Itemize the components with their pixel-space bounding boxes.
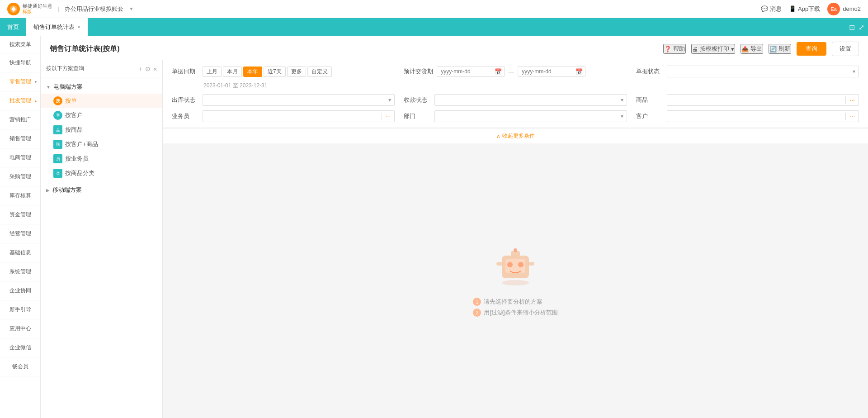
query-button[interactable]: 查询 <box>797 42 826 56</box>
collapse-panel-button[interactable]: « <box>153 65 157 72</box>
salesperson-filter-label: 业务员 <box>172 112 199 120</box>
tab-close-button[interactable]: × <box>77 24 80 30</box>
tree-parent-mobile[interactable]: ▶ 移动端方案 <box>41 183 162 197</box>
app-download-button[interactable]: 📱 App下载 <box>789 5 820 13</box>
print-dropdown-icon[interactable]: ▾ <box>731 46 734 52</box>
customer-input-wrapper: ··· <box>667 110 859 122</box>
salesperson-input[interactable] <box>203 111 382 122</box>
date-filter-label: 单据日期 <box>172 67 199 76</box>
hint-num-1: 1 <box>473 298 481 306</box>
logo-area: 畅捷通好生意 标版 <box>7 3 52 15</box>
status-select[interactable] <box>667 66 859 77</box>
filter-row-3: 业务员 ··· 部门 ▾ <box>172 110 859 122</box>
sidebar-item-ecommerce[interactable]: 电商管理 <box>0 148 40 167</box>
settings-button[interactable]: 设置 <box>832 42 859 56</box>
empty-svg <box>488 242 542 287</box>
scheme-icon-customer-product: 联 <box>53 140 62 149</box>
date-btn-last-month[interactable]: 上月 <box>203 66 222 77</box>
refresh-button[interactable]: 🔄 刷新 <box>769 44 791 54</box>
delivery-status-label: 出库状态 <box>172 96 199 104</box>
filter-expected-date-item: 预计交货期 📅 — 📅 <box>404 66 627 77</box>
scheme-by-salesperson[interactable]: 员 按业务员 <box>41 152 162 166</box>
sidebar-item-sales[interactable]: 销售管理 <box>0 129 40 148</box>
svg-point-4 <box>507 262 513 267</box>
collapse-button[interactable]: ∧ 收起更多条件 <box>496 132 535 140</box>
export-icon: 📤 <box>741 46 749 52</box>
delivery-status-select[interactable] <box>203 94 395 106</box>
left-panel-actions: + ⊙ « <box>139 65 157 72</box>
app-dropdown-icon[interactable]: ▼ <box>129 6 133 11</box>
filter-payment-item: 收款状态 ▾ <box>404 94 627 106</box>
sidebar-item-membership[interactable]: 畅会员 <box>0 357 40 376</box>
expected-date-end-input[interactable] <box>518 66 585 77</box>
add-scheme-button[interactable]: + <box>139 65 142 72</box>
date-btn-last-7[interactable]: 近7天 <box>264 66 286 77</box>
sidebar-item-wholesale[interactable]: 批发管理 <box>0 91 40 110</box>
sidebar-item-inventory[interactable]: 库存核算 <box>0 186 40 205</box>
main-area: 搜索菜单 快捷导航 零售管理 批发管理 营销推广 销售管理 电商管理 采购管理 … <box>0 36 868 418</box>
edit-scheme-button[interactable]: ⊙ <box>145 65 151 72</box>
logo-text: 畅捷通好生意 标版 <box>23 3 52 14</box>
customer-dots-button[interactable]: ··· <box>845 113 859 120</box>
sidebar-item-system[interactable]: 系统管理 <box>0 262 40 281</box>
help-button[interactable]: ❓ 帮助 <box>663 44 686 54</box>
page-header: 销售订单统计表(按单) ❓ 帮助 🖨 按模板打印 ▾ 📤 导出 🔄 刷新 <box>41 36 868 60</box>
page-title: 销售订单统计表(按单) <box>50 44 120 54</box>
scheme-by-customer[interactable]: 客 按客户 <box>41 108 162 123</box>
message-button[interactable]: 💬 消息 <box>761 5 782 13</box>
tab-bar: 首页 销售订单统计表 × ⊡ ⤢ <box>0 18 868 36</box>
svg-rect-8 <box>496 262 503 266</box>
product-dots-button[interactable]: ··· <box>845 96 859 104</box>
tab-sales-order-stats[interactable]: 销售订单统计表 × <box>26 18 88 36</box>
date-btn-custom[interactable]: 自定义 <box>307 66 332 77</box>
sidebar-item-retail[interactable]: 零售管理 <box>0 72 40 91</box>
sidebar-item-finance[interactable]: 资金管理 <box>0 205 40 224</box>
tab-maximize-button[interactable]: ⤢ <box>859 23 864 32</box>
pc-section-label: 电脑端方案 <box>53 83 83 91</box>
download-icon: 📱 <box>789 5 796 12</box>
date-btn-this-year[interactable]: 本年 <box>243 66 262 77</box>
content-body: 按以下方案查询 + ⊙ « ▼ 电脑端方案 按 按单 <box>41 60 868 418</box>
scheme-by-category[interactable]: 类 按商品分类 <box>41 166 162 180</box>
department-select[interactable] <box>434 110 627 122</box>
date-btn-more[interactable]: 更多 <box>287 66 306 77</box>
payment-status-select[interactable] <box>434 94 627 106</box>
top-bar-left: 畅捷通好生意 标版 | 办公用品行业模拟账套 ▼ <box>7 3 133 15</box>
sidebar-item-enterprise[interactable]: 企业协同 <box>0 281 40 300</box>
filter-salesperson-item: 业务员 ··· <box>172 110 395 122</box>
scheme-icon-salesperson: 员 <box>53 154 62 163</box>
sidebar-item-apps[interactable]: 应用中心 <box>0 319 40 338</box>
sidebar-item-search[interactable]: 搜索菜单 <box>0 36 40 53</box>
user-area[interactable]: Ea demo2 <box>827 3 861 15</box>
product-input[interactable] <box>667 95 846 105</box>
date-separator: — <box>506 68 516 75</box>
scheme-by-product[interactable]: 品 按商品 <box>41 123 162 137</box>
product-input-wrapper: ··· <box>667 94 859 106</box>
scheme-label-category: 按商品分类 <box>65 169 94 177</box>
tab-minimize-button[interactable]: ⊡ <box>849 23 855 32</box>
tree-parent-pc[interactable]: ▼ 电脑端方案 <box>41 80 162 94</box>
scheme-by-customer-product[interactable]: 联 按客户+商品 <box>41 137 162 152</box>
tree-arrow-pc: ▼ <box>46 85 51 90</box>
export-button[interactable]: 📤 导出 <box>741 44 763 54</box>
left-panel-header: 按以下方案查询 + ⊙ « <box>41 60 162 77</box>
salesperson-dots-button[interactable]: ··· <box>382 113 395 120</box>
sidebar-item-basic[interactable]: 基础信息 <box>0 243 40 262</box>
expected-date-start-input[interactable] <box>437 66 505 77</box>
print-button[interactable]: 🖨 按模板打印 ▾ <box>691 44 735 54</box>
sidebar-item-wechat[interactable]: 企业微信 <box>0 338 40 357</box>
sidebar-item-purchase[interactable]: 采购管理 <box>0 167 40 186</box>
date-btn-this-month[interactable]: 本月 <box>223 66 242 77</box>
delivery-select-wrapper: ▾ <box>203 94 395 106</box>
expected-date-label: 预计交货期 <box>404 67 433 76</box>
print-icon: 🖨 <box>692 46 698 52</box>
sidebar-item-operations[interactable]: 经营管理 <box>0 224 40 243</box>
sidebar-item-marketing[interactable]: 营销推广 <box>0 110 40 129</box>
scheme-by-order[interactable]: 按 按单 <box>41 94 162 108</box>
sidebar-item-onboarding[interactable]: 新手引导 <box>0 300 40 319</box>
sidebar-item-quick-nav[interactable]: 快捷导航 <box>0 53 40 72</box>
expected-date-start-wrapper: 📅 <box>437 66 505 77</box>
filter-row-1: 单据日期 上月 本月 本年 近7天 更多 自定义 <box>172 66 859 77</box>
tab-home[interactable]: 首页 <box>0 18 26 36</box>
customer-input[interactable] <box>667 111 846 122</box>
